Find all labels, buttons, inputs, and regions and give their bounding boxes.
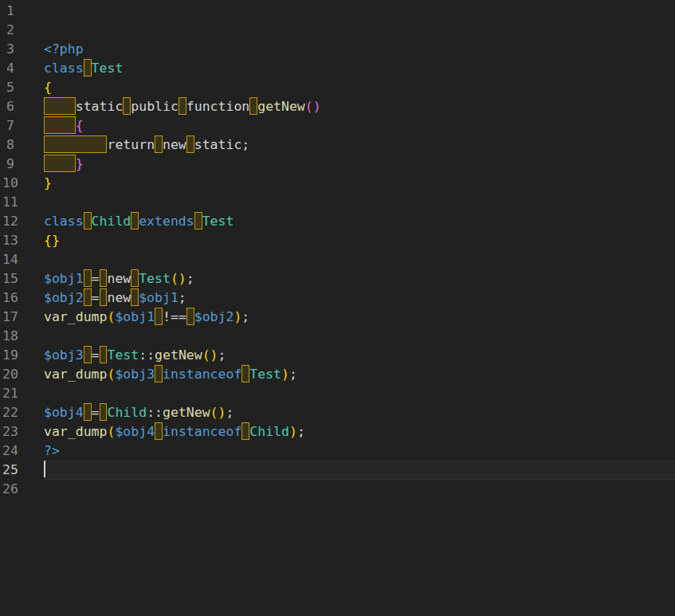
code-line-content[interactable] xyxy=(44,193,675,212)
code-line-content[interactable]: $obj2=new$obj1; xyxy=(44,288,675,308)
highlighted-whitespace-box xyxy=(241,422,249,440)
code-line[interactable]: 22$obj4=Child::getNew(); xyxy=(0,403,675,422)
code-line-content[interactable]: staticpublicfunctiongetNew() xyxy=(44,97,675,116)
line-number[interactable]: 2 xyxy=(0,21,21,40)
line-number[interactable]: 10 xyxy=(0,174,21,193)
line-number[interactable]: 22 xyxy=(0,403,21,422)
code-line-content[interactable] xyxy=(44,480,675,499)
code-line-content[interactable] xyxy=(44,21,675,40)
line-number[interactable]: 19 xyxy=(0,346,21,365)
code-line-content[interactable]: $obj3=Test::getNew(); xyxy=(44,346,675,365)
line-number[interactable]: 1 xyxy=(0,2,21,21)
line-number[interactable]: 16 xyxy=(0,288,21,308)
code-line[interactable]: 10} xyxy=(0,174,675,193)
line-number[interactable]: 23 xyxy=(0,422,21,441)
code-line[interactable]: 25 xyxy=(0,461,675,480)
code-line[interactable]: 2 xyxy=(0,21,675,40)
code-line[interactable]: 8returnnewstatic; xyxy=(0,135,675,155)
code-line-content[interactable]: <?php xyxy=(44,40,675,59)
line-number[interactable]: 9 xyxy=(0,155,21,174)
code-line-content[interactable]: $obj4=Child::getNew(); xyxy=(44,403,675,422)
code-line[interactable]: 19$obj3=Test::getNew(); xyxy=(0,346,675,365)
code-line[interactable]: 7{ xyxy=(0,116,675,135)
code-line[interactable]: 20var_dump($obj3instanceofTest); xyxy=(0,365,675,384)
code-line[interactable]: 14 xyxy=(0,250,675,269)
line-number[interactable]: 5 xyxy=(0,78,21,97)
highlighted-whitespace-box xyxy=(186,135,194,153)
code-line[interactable]: 24?> xyxy=(0,441,675,461)
code-token: Test xyxy=(107,347,139,363)
line-number[interactable]: 18 xyxy=(0,327,21,346)
line-number[interactable]: 11 xyxy=(0,193,21,212)
code-line-content[interactable] xyxy=(44,250,675,269)
line-number[interactable]: 20 xyxy=(0,365,21,384)
code-line-content[interactable]: { xyxy=(44,116,675,135)
code-line[interactable]: 6staticpublicfunctiongetNew() xyxy=(0,97,675,116)
code-line-content[interactable]: var_dump($obj4instanceofChild); xyxy=(44,422,675,441)
code-token: ) xyxy=(281,367,289,382)
code-line[interactable]: 4classTest xyxy=(0,59,675,78)
line-number[interactable]: 8 xyxy=(0,135,21,155)
code-line-content[interactable]: } xyxy=(44,155,675,174)
code-line[interactable]: 17var_dump($obj1!==$obj2); xyxy=(0,308,675,327)
code-line[interactable]: 15$obj1=newTest(); xyxy=(0,269,675,288)
code-line[interactable]: 21 xyxy=(0,384,675,403)
code-line-content[interactable]: } xyxy=(44,174,675,193)
line-number[interactable]: 15 xyxy=(0,269,21,288)
code-editor[interactable]: 123<?php4classTest5{6staticpublicfunctio… xyxy=(0,0,675,616)
code-token: $obj1 xyxy=(139,290,179,305)
line-number[interactable]: 13 xyxy=(0,231,21,250)
code-line-content[interactable]: $obj1=newTest(); xyxy=(44,269,675,288)
code-line-content[interactable] xyxy=(44,2,675,21)
line-number[interactable]: 26 xyxy=(0,480,21,499)
code-line[interactable]: 11 xyxy=(0,193,675,212)
code-line-content[interactable] xyxy=(44,384,675,403)
line-number[interactable]: 14 xyxy=(0,250,21,269)
code-line-content[interactable]: classChildextendsTest xyxy=(44,212,675,231)
code-line[interactable]: 13{} xyxy=(0,231,675,250)
code-line-content[interactable]: ?> xyxy=(44,441,675,461)
line-number[interactable]: 4 xyxy=(0,59,21,78)
code-line[interactable]: 23var_dump($obj4instanceofChild); xyxy=(0,422,675,441)
code-token: getNew xyxy=(155,347,202,363)
code-line[interactable]: 18 xyxy=(0,327,675,346)
code-line-content[interactable]: classTest xyxy=(44,59,675,78)
line-number[interactable]: 21 xyxy=(0,384,21,403)
line-number[interactable]: 6 xyxy=(0,97,21,116)
code-line-content[interactable]: var_dump($obj1!==$obj2); xyxy=(44,308,675,327)
code-line-content[interactable]: {} xyxy=(44,231,675,250)
code-line[interactable]: 9} xyxy=(0,155,675,174)
highlighted-whitespace-box xyxy=(84,403,92,421)
highlighted-whitespace-box xyxy=(44,116,76,134)
code-token: :: xyxy=(147,405,163,420)
code-line[interactable]: 1 xyxy=(0,2,675,21)
code-line-content[interactable] xyxy=(44,327,675,346)
highlighted-whitespace-box xyxy=(249,97,257,115)
code-token: extends xyxy=(139,214,194,229)
code-line-content[interactable] xyxy=(44,461,675,480)
code-token: ) xyxy=(289,424,297,439)
line-number[interactable]: 25 xyxy=(0,461,21,480)
code-token: public xyxy=(131,99,179,114)
code-token: return xyxy=(107,137,155,152)
line-number[interactable]: 7 xyxy=(0,116,21,135)
code-line-content[interactable]: returnnewstatic; xyxy=(44,135,675,155)
line-number[interactable]: 3 xyxy=(0,40,21,59)
code-token: () xyxy=(305,99,321,114)
code-token: ; xyxy=(289,367,297,382)
code-line[interactable]: 12classChildextendsTest xyxy=(0,212,675,231)
highlighted-whitespace-box xyxy=(131,288,139,306)
code-line-content[interactable]: var_dump($obj3instanceofTest); xyxy=(44,365,675,384)
line-number[interactable]: 24 xyxy=(0,441,21,461)
code-line[interactable]: 26 xyxy=(0,480,675,499)
line-number[interactable]: 17 xyxy=(0,308,21,327)
code-token: } xyxy=(76,156,84,171)
highlighted-whitespace-box xyxy=(155,422,163,440)
highlighted-whitespace-box xyxy=(155,308,163,325)
code-line-content[interactable]: { xyxy=(44,78,675,97)
code-line[interactable]: 3<?php xyxy=(0,40,675,59)
code-line[interactable]: 5{ xyxy=(0,78,675,97)
line-number[interactable]: 12 xyxy=(0,212,21,231)
code-line[interactable]: 16$obj2=new$obj1; xyxy=(0,288,675,308)
code-token: getNew xyxy=(257,99,305,114)
